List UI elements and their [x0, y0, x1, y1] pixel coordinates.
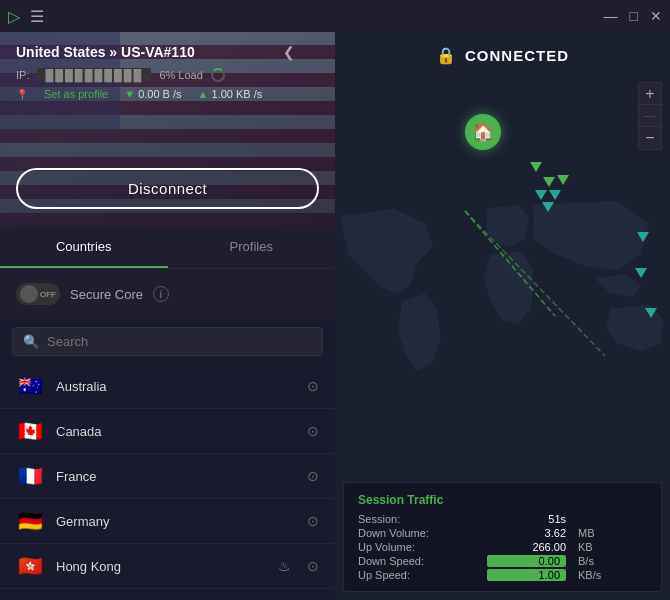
lock-icon: 🔒 [436, 46, 457, 65]
session-traffic-panel: Session Traffic Session: 51s Down Volume… [343, 482, 662, 592]
world-map [335, 52, 670, 535]
load-circle [211, 68, 225, 82]
flag-france: 🇫🇷 [16, 466, 44, 486]
down-speed-label: Down Speed: [358, 555, 475, 567]
up-volume-value: 266.00 [487, 541, 566, 553]
zoom-out-button[interactable]: − [639, 127, 661, 149]
title-bar: ▷ ☰ — □ ✕ [0, 0, 670, 32]
search-icon: 🔍 [23, 334, 39, 349]
load-text: 6% Load [159, 69, 202, 81]
server-marker [535, 190, 547, 200]
server-name: United States » US-VA#110 [16, 44, 195, 60]
session-traffic-title: Session Traffic [358, 493, 647, 507]
tab-countries[interactable]: Countries [0, 227, 168, 268]
close-button[interactable]: ✕ [650, 8, 662, 24]
session-unit [578, 513, 647, 525]
server-marker [557, 175, 569, 185]
connected-text: CONNECTED [465, 47, 569, 64]
home-pin: 🏠 [465, 114, 501, 150]
list-item[interactable]: 🇦🇺 Australia ⊙ [0, 364, 335, 409]
back-button[interactable]: ❮ [283, 44, 295, 60]
down-speed-unit: B/s [578, 555, 647, 567]
country-name-australia: Australia [56, 379, 295, 394]
expand-icon[interactable]: ⊙ [307, 558, 319, 574]
flag-canada: 🇨🇦 [16, 421, 44, 441]
zoom-separator: — [639, 105, 661, 127]
flag-germany: 🇩🇪 [16, 511, 44, 531]
down-volume-value: 3.62 [487, 527, 566, 539]
disconnect-button[interactable]: Disconnect [16, 168, 319, 209]
server-marker [637, 232, 649, 242]
down-volume-unit: MB [578, 527, 647, 539]
expand-icon[interactable]: ⊙ [307, 468, 319, 484]
left-panel: United States » US-VA#110 ❮ IP: ████████… [0, 32, 335, 600]
pin-icon: 📍 [16, 89, 28, 100]
server-marker [530, 162, 542, 172]
tab-bar: Countries Profiles [0, 227, 335, 269]
zoom-controls: + — − [638, 82, 662, 150]
right-panel: 🔒 CONNECTED [335, 32, 670, 600]
list-item[interactable]: 🇨🇦 Canada ⊙ [0, 409, 335, 454]
connected-badge: 🔒 CONNECTED [436, 46, 569, 65]
search-box: 🔍 [12, 327, 323, 356]
list-item[interactable]: 🇩🇪 Germany ⊙ [0, 499, 335, 544]
flag-australia: 🇦🇺 [16, 376, 44, 396]
country-name-germany: Germany [56, 514, 295, 529]
country-name-hongkong: Hong Kong [56, 559, 266, 574]
server-marker [542, 202, 554, 212]
secure-core-label: Secure Core [70, 287, 143, 302]
up-volume-label: Up Volume: [358, 541, 475, 553]
up-speed-unit: KB/s [578, 569, 647, 581]
maximize-button[interactable]: □ [630, 8, 638, 24]
up-speed-value: 1.00 [487, 569, 566, 581]
app-icon: ▷ [8, 7, 20, 26]
ip-value: ██████████ [37, 68, 151, 82]
tab-profiles[interactable]: Profiles [168, 227, 336, 268]
traffic-up: 1.00 KB /s [198, 88, 263, 100]
toggle-label: OFF [40, 290, 56, 299]
server-marker [635, 268, 647, 278]
server-info: United States » US-VA#110 ❮ IP: ████████… [16, 44, 295, 100]
flag-header: United States » US-VA#110 ❮ IP: ████████… [0, 32, 335, 227]
zoom-in-button[interactable]: + [639, 83, 661, 105]
session-value: 51s [487, 513, 566, 525]
expand-icon[interactable]: ⊙ [307, 378, 319, 394]
down-speed-value: 0.00 [487, 555, 566, 567]
server-marker [645, 308, 657, 318]
toggle-knob [20, 285, 38, 303]
expand-icon[interactable]: ⊙ [307, 513, 319, 529]
country-name-canada: Canada [56, 424, 295, 439]
flag-hongkong: 🇭🇰 [16, 556, 44, 576]
expand-icon[interactable]: ⊙ [307, 423, 319, 439]
secure-core-toggle[interactable]: OFF [16, 283, 60, 305]
session-label: Session: [358, 513, 475, 525]
country-list: 🇦🇺 Australia ⊙ 🇨🇦 Canada ⊙ 🇫🇷 France ⊙ 🇩… [0, 364, 335, 600]
list-item[interactable]: 🇭🇰 Hong Kong ♨ ⊙ [0, 544, 335, 589]
up-speed-label: Up Speed: [358, 569, 475, 581]
server-marker [549, 190, 561, 200]
country-name-france: France [56, 469, 295, 484]
list-item[interactable]: 🇫🇷 France ⊙ [0, 454, 335, 499]
search-input[interactable] [47, 334, 312, 349]
ip-label: IP: [16, 69, 29, 81]
info-icon[interactable]: i [153, 286, 169, 302]
session-traffic-grid: Session: 51s Down Volume: 3.62 MB Up Vol… [358, 513, 647, 581]
menu-icon[interactable]: ☰ [30, 7, 44, 26]
secure-core-row: OFF Secure Core i [0, 269, 335, 319]
steam-icon: ♨ [278, 558, 291, 574]
up-volume-unit: KB [578, 541, 647, 553]
set-profile-link[interactable]: Set as profile [44, 88, 108, 100]
minimize-button[interactable]: — [604, 8, 618, 24]
server-marker [543, 177, 555, 187]
down-volume-label: Down Volume: [358, 527, 475, 539]
traffic-down: 0.00 B /s [124, 88, 181, 100]
